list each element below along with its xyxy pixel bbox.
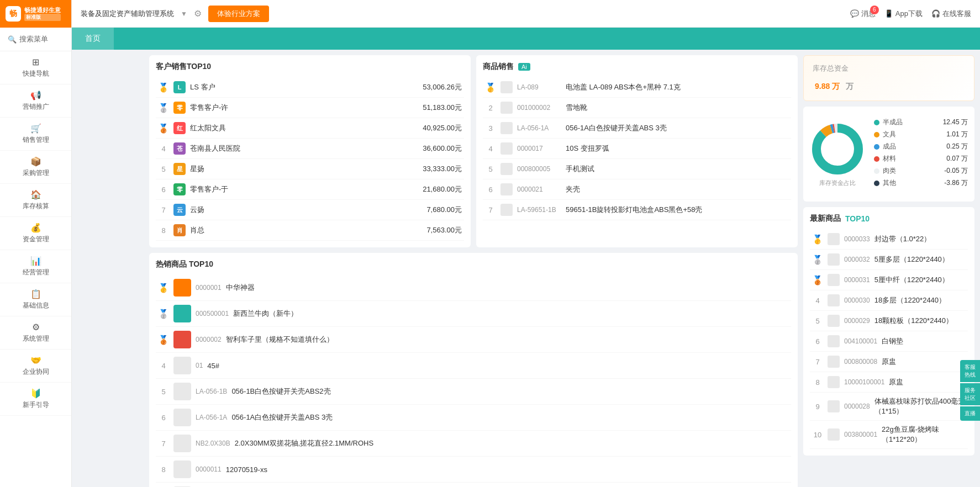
sidebar-item-purchase[interactable]: 📦采购管理 (0, 151, 71, 184)
notification-area[interactable]: 💬 消息 6 (850, 9, 876, 19)
hot-product-row: 7 NB2.0X30B 2.0X30MM双搓花轴,搓花直径2.1MM/ROHS (156, 431, 791, 457)
sidebar-search-area: 🔍 搜索菜单 (0, 28, 71, 51)
rank-number: 8 (158, 465, 169, 474)
sidebar-item-basic[interactable]: 📋基础信息 (0, 283, 71, 316)
new-product-name: 18多层（1220*2440） (874, 295, 966, 305)
new-products-list: 🥇 0000033 封边带（1.0*22） 🥈 0000032 5厘多层（122… (810, 229, 968, 449)
hot-product-name: 056-1B白色按键开关壳ABS2壳 (231, 387, 330, 396)
nav-label-basic: 基础信息 (23, 301, 49, 310)
rank-number: 4 (158, 145, 169, 153)
legend-value: -0.05 万 (944, 166, 968, 176)
new-products-title: 最新商品 (810, 214, 841, 224)
new-product-code: 000800008 (844, 358, 877, 366)
hot-product-row: 🥇 0000001 中华神器 (156, 275, 791, 301)
new-product-img (828, 253, 840, 266)
new-product-row: 6 004100001 白钢垫 (810, 331, 968, 352)
rank-amount: 7,680.00元 (426, 205, 462, 215)
nav-label-company: 企业协同 (23, 367, 49, 377)
tab-home[interactable]: 首页 (72, 28, 114, 50)
product-code: LA-056-1A (517, 124, 561, 132)
hot-product-img (173, 435, 191, 452)
rank-number: 6 (158, 414, 169, 422)
sidebar-item-inventory[interactable]: 🏠库存核算 (0, 184, 71, 217)
new-product-name: 22g鱼豆腐-烧烤味（1*12*20） (882, 425, 966, 444)
customer-ranking-title: 客户销售TOP10 (156, 62, 211, 72)
hot-product-row: 🥈 000500001 新西兰牛肉（新牛） (156, 301, 791, 327)
new-product-name: 封边带（1.0*22） (874, 234, 966, 244)
sidebar-item-quick-nav[interactable]: ⊞快捷导航 (0, 51, 71, 84)
legend-label: 肉类 (883, 166, 896, 176)
right-panel: 库存总资金 9.88万 万 (803, 50, 980, 487)
hot-product-name: 45# (207, 362, 219, 370)
message-icon: 💬 (850, 9, 859, 18)
hot-product-code: LA-056-1A (196, 414, 227, 421)
rank-number: 7 (812, 358, 823, 366)
logo-badge: 标准版 (24, 14, 61, 21)
legend-value: 0.07 万 (946, 154, 968, 163)
donut-chart (810, 121, 865, 177)
nav-icon-operation: 📊 (30, 256, 41, 266)
product-name: 雪地靴 (566, 103, 789, 113)
customer-rank-row: 5 星 星扬 33,333.00元 (156, 159, 464, 179)
hot-product-row: 8 0000011 12070519-xs (156, 457, 791, 483)
product-code: LA-59651-1B (517, 206, 561, 214)
new-product-row: 10 003800001 22g鱼豆腐-烧烤味（1*12*20） (810, 421, 968, 449)
new-product-name: 原盅 (889, 377, 966, 387)
top-products-header: 商品销售 Ai (483, 62, 791, 72)
nav-label-sales: 销售管理 (23, 135, 49, 145)
product-code: 000800005 (517, 165, 561, 173)
sidebar-logo: 畅 畅捷通好生意 标准版 (0, 0, 71, 28)
nav-icon-marketing: 📢 (30, 90, 41, 100)
sidebar-item-marketing[interactable]: 📢营销推广 (0, 84, 71, 118)
nav-label-operation: 经营管理 (23, 268, 49, 277)
new-product-row: 🥉 0000031 5厘中纤（1220*2440） (810, 270, 968, 290)
nav-label-guide: 新手引导 (23, 400, 49, 410)
app-download-area[interactable]: 📱 App下载 (884, 9, 923, 19)
float-service-button[interactable]: 客服热线 (960, 360, 980, 382)
left-spacer (72, 50, 144, 487)
trial-button[interactable]: 体验行业方案 (208, 6, 269, 22)
new-product-img (828, 294, 840, 306)
legend-item: 材料 0.07 万 (874, 154, 968, 163)
logo-icon: 畅 (6, 6, 21, 22)
sidebar-item-operation[interactable]: 📊经营管理 (0, 250, 71, 283)
svg-point-1 (816, 128, 858, 170)
mobile-icon: 📱 (884, 9, 893, 18)
sidebar-item-company[interactable]: 🤝企业协同 (0, 350, 71, 383)
sidebar-item-system[interactable]: ⚙系统管理 (0, 316, 71, 350)
top-product-row: 3 LA-056-1A 056-1A白色按键开关盖ABS 3壳 (483, 118, 791, 139)
rank-number: 6 (812, 337, 823, 346)
online-service-area[interactable]: 🎧 在线客服 (931, 9, 971, 19)
rank-number: 7 (158, 206, 169, 214)
rank-name: LS 客户 (190, 82, 418, 92)
customer-rank-row: 6 零 零售客户-于 21,680.00元 (156, 179, 464, 200)
dropdown-button[interactable]: ▼ (181, 10, 187, 18)
hot-product-name: 12070519-xs (226, 465, 267, 474)
legend-label: 半成品 (883, 118, 903, 127)
main-area: 装备及固定资产辅助管理系统 ▼ ⚙ 体验行业方案 💬 消息 6 📱 App下载 … (72, 0, 980, 487)
hot-product-row: 5 LA-056-1B 056-1B白色按键开关壳ABS2壳 (156, 379, 791, 405)
float-service-button[interactable]: 服务社区 (960, 383, 980, 405)
gear-button[interactable]: ⚙ (194, 8, 202, 19)
product-name: 电池盖 LA-089 ABS本色+黑种 7.1克 (566, 82, 789, 92)
legend-item: 成品 0.25 万 (874, 142, 968, 151)
search-menu-button[interactable]: 🔍 搜索菜单 (4, 32, 67, 46)
rank-name: 红太阳文具 (190, 123, 418, 133)
new-product-row: 7 000800008 原盅 (810, 352, 968, 372)
sidebar-item-sales[interactable]: 🛒销售管理 (0, 118, 71, 151)
rank-amount: 40,925.00元 (423, 123, 462, 133)
legend-item: 其他 -3.86 万 (874, 178, 968, 188)
rank-name: 零售客户-许 (190, 103, 418, 113)
nav-label-system: 系统管理 (23, 334, 49, 343)
new-product-name: 体械嘉枝味苏打饮品400毫升（1*15） (874, 396, 966, 416)
nav-label-purchase: 采购管理 (23, 168, 49, 178)
legend-value: 0.25 万 (946, 142, 968, 151)
rank-number: 3 (485, 124, 496, 133)
float-service-button[interactable]: 直播 (960, 406, 980, 421)
rank-number: 5 (158, 165, 169, 173)
sidebar-item-finance[interactable]: 💰资金管理 (0, 217, 71, 250)
inventory-chart-card: 库存资金占比 半成品 12.45 万 文具 1.01 万 成品 0.25 万 材… (803, 107, 974, 202)
new-product-img (828, 376, 840, 388)
rank-name: 零售客户-于 (190, 184, 418, 194)
sidebar-item-guide[interactable]: 🔰新手引导 (0, 383, 71, 416)
